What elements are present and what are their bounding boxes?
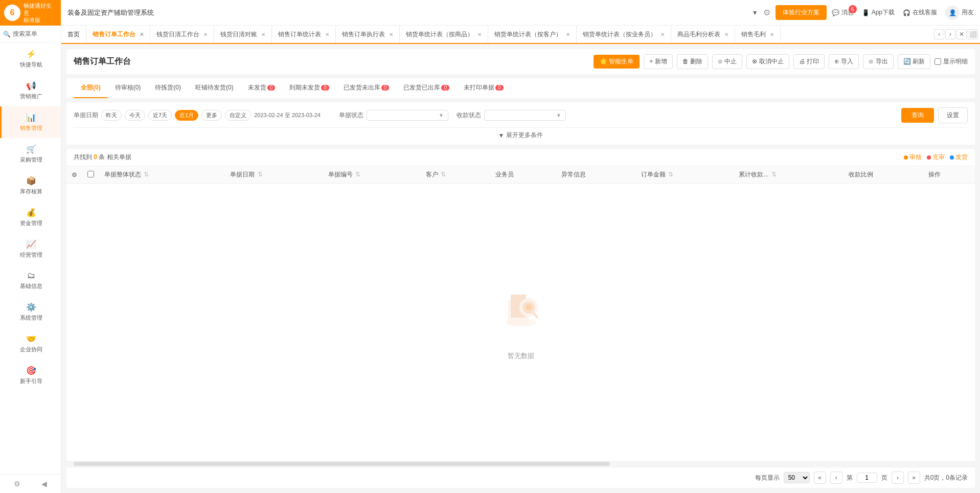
tab-close-summary-product[interactable]: ✕: [477, 32, 482, 37]
horizontal-scrollbar[interactable]: [66, 461, 975, 467]
tab-close-summary-customer[interactable]: ✕: [566, 32, 570, 37]
sidebar-search[interactable]: 🔍 搜索菜单: [0, 26, 61, 43]
tab-sales-summary-product[interactable]: 销货单统计表（按商品） ✕: [400, 26, 488, 44]
tab-cash-reconcile[interactable]: 钱货日清对账 ✕: [214, 26, 272, 44]
sidebar-item-system[interactable]: ⚙️ 系统管理: [0, 296, 61, 328]
refresh-button[interactable]: 🔄 刷新: [898, 54, 930, 69]
filter-tab-overdue[interactable]: 到期未发货0: [282, 78, 336, 98]
topbar-settings-icon[interactable]: ⚙: [763, 8, 770, 17]
uncheck-tool-button[interactable]: 充审: [927, 153, 945, 162]
filter-tab-pending-review[interactable]: 待审核(0): [108, 78, 148, 98]
tab-sales-exec[interactable]: 销售订单执行表 ✕: [336, 26, 400, 44]
tab-close-cash-daily[interactable]: ✕: [203, 32, 208, 37]
delete-button[interactable]: 🗑 删除: [677, 54, 708, 69]
sidebar-item-operation[interactable]: 📈 经营管理: [0, 233, 61, 265]
tab-close-summary-staff[interactable]: ✕: [660, 32, 665, 37]
user-item[interactable]: 👤 用友: [945, 6, 974, 20]
date-btn-custom[interactable]: 自定义: [225, 110, 251, 121]
col-amount[interactable]: 订单金额 ⇅: [636, 166, 734, 184]
tab-scroll-left[interactable]: ‹: [934, 29, 944, 39]
setting-button[interactable]: 设置: [938, 107, 968, 123]
last-page-button[interactable]: »: [908, 472, 920, 484]
payment-select[interactable]: ▼: [484, 110, 566, 121]
import-button[interactable]: ⊕ 导入: [829, 54, 859, 69]
sidebar-item-guide[interactable]: 🎯 新手引导: [0, 360, 61, 391]
sidebar-item-inventory[interactable]: 📦 库存核算: [0, 170, 61, 201]
sidebar-item-finance[interactable]: 💰 资金管理: [0, 201, 61, 233]
date-btn-yesterday[interactable]: 昨天: [101, 110, 122, 121]
status-select[interactable]: ▼: [367, 110, 448, 121]
filter-tab-not-shipped[interactable]: 未发货0: [241, 78, 283, 98]
collapse-icon[interactable]: ◀: [41, 480, 47, 488]
industry-solution-button[interactable]: 体验行业方案: [776, 5, 827, 20]
sidebar-item-enterprise[interactable]: 🤝 企业协同: [0, 328, 61, 360]
tab-close-all[interactable]: ✕: [956, 29, 967, 39]
show-detail-label[interactable]: 显示明细: [935, 57, 968, 66]
date-btn-1month[interactable]: 近1月: [175, 110, 198, 121]
expand-filter-button[interactable]: ▼ 展开更多条件: [74, 127, 968, 140]
sidebar-item-quick-nav[interactable]: ⚡ 快捷导航: [0, 43, 61, 75]
tab-home[interactable]: 首页: [61, 26, 86, 44]
message-item[interactable]: 💬 消息 6: [832, 8, 854, 17]
tab-close-sales-workbench[interactable]: ✕: [140, 32, 144, 37]
stop-button[interactable]: ⊙ 中止: [712, 54, 742, 69]
filter-tab-pending-inspect[interactable]: 待拣货(0): [148, 78, 188, 98]
per-page-select[interactable]: 50 10 20 100: [784, 472, 810, 483]
tab-sales-summary-staff[interactable]: 销货单统计表（按业务员） ✕: [577, 26, 671, 44]
sidebar-item-purchase[interactable]: 🛒 采购管理: [0, 138, 61, 170]
tab-close-margin-analysis[interactable]: ✕: [724, 32, 728, 37]
tab-close-sales-gross[interactable]: ✕: [770, 32, 774, 37]
review-tool-button[interactable]: 审核: [904, 153, 922, 162]
show-detail-checkbox[interactable]: [935, 58, 941, 65]
col-status[interactable]: 单据整体状态 ⇅: [99, 166, 225, 184]
tab-maximize[interactable]: ⬜: [968, 29, 978, 39]
export-button[interactable]: ⊙ 导出: [863, 54, 893, 69]
tab-scroll-right[interactable]: ›: [945, 29, 955, 39]
add-button[interactable]: + 新增: [644, 54, 672, 69]
date-btn-today[interactable]: 今天: [125, 110, 145, 121]
tab-sales-gross[interactable]: 销售毛利 ✕: [735, 26, 781, 44]
col-customer[interactable]: 客户 ⇅: [421, 166, 490, 184]
system-title: 装备及固定资产辅助管理系统: [67, 8, 747, 17]
smart-create-button[interactable]: 🌟 智能生单: [594, 55, 640, 69]
date-btn-more[interactable]: 更多: [201, 110, 222, 121]
filter-tab-shipped-out[interactable]: 已发货已出库0: [396, 78, 457, 98]
col-number[interactable]: 单据编号 ⇅: [323, 166, 421, 184]
tab-cash-daily[interactable]: 钱货日清工作台 ✕: [150, 26, 214, 44]
filter-tab-wangpu[interactable]: 旺铺待发货(0): [188, 78, 241, 98]
filter-tab-shipped-not-out[interactable]: 已发货未出库0: [336, 78, 397, 98]
print-button[interactable]: 🖨 打印: [793, 54, 825, 69]
select-all-checkbox[interactable]: [87, 171, 94, 177]
tab-margin-analysis[interactable]: 商品毛利分析表 ✕: [671, 26, 735, 44]
query-button[interactable]: 查询: [901, 108, 934, 123]
first-page-button[interactable]: «: [814, 472, 826, 484]
app-download-item[interactable]: 📱 App下载: [862, 8, 895, 17]
ship-tool-button[interactable]: 发货: [950, 153, 968, 162]
col-settings[interactable]: ⚙: [66, 166, 82, 184]
col-check[interactable]: [82, 166, 99, 184]
sidebar-item-base-info[interactable]: 🗂 基础信息: [0, 265, 61, 296]
tab-close-cash-reconcile[interactable]: ✕: [261, 32, 265, 37]
sidebar-item-marketing[interactable]: 📢 营销推广: [0, 75, 61, 106]
col-date[interactable]: 单据日期 ⇅: [225, 166, 323, 184]
next-page-button[interactable]: ›: [892, 472, 904, 484]
settings-icon[interactable]: ⚙: [14, 480, 20, 488]
online-service-item[interactable]: 🎧 在线客服: [903, 8, 937, 17]
filter-tab-all[interactable]: 全部(0): [74, 78, 108, 98]
tab-sales-workbench[interactable]: 销售订单工作台 ✕: [86, 26, 150, 44]
prev-page-button[interactable]: ‹: [830, 472, 842, 484]
tab-close-sales-exec[interactable]: ✕: [389, 32, 393, 37]
tab-sales-stats[interactable]: 销售订单统计表 ✕: [272, 26, 336, 44]
filter-tab-unprinted[interactable]: 未打印单据0: [457, 78, 511, 98]
tab-sales-summary-customer[interactable]: 销货单统计表（按客户） ✕: [488, 26, 577, 44]
date-btn-7days[interactable]: 近7天: [148, 110, 172, 121]
sidebar-item-sales[interactable]: 📊 销售管理: [0, 106, 61, 138]
col-collected[interactable]: 累计收款... ⇅: [734, 166, 843, 184]
guide-icon: 🎯: [26, 366, 36, 375]
search-icon: 🔍: [3, 31, 11, 38]
page-input[interactable]: [857, 473, 877, 483]
cancel-stop-button[interactable]: ⊗ 取消中止: [746, 54, 789, 69]
system-dropdown[interactable]: ▼: [752, 9, 758, 16]
tab-close-sales-stats[interactable]: ✕: [325, 32, 329, 37]
finance-icon: 💰: [26, 208, 36, 217]
